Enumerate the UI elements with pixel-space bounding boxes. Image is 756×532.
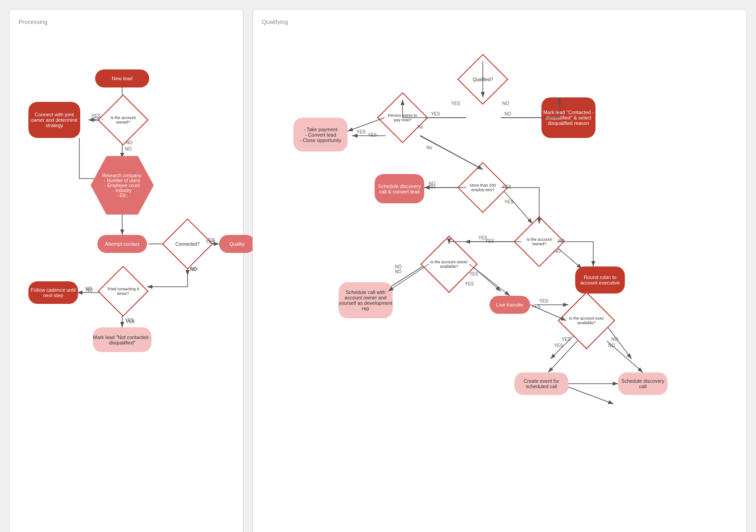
round-robin-node: Round robin to account executive	[575, 266, 625, 294]
is-account-owned-diamond: Is the account owned?	[105, 102, 141, 138]
schedule-disc-convert-node: Schedule discovery call & convert lead	[375, 174, 424, 203]
right-arrows: YES NO YES No NO YES YES	[262, 30, 738, 526]
yes-label-tried9: YES	[126, 319, 135, 324]
svg-text:YES: YES	[504, 199, 513, 204]
svg-text:NO: NO	[125, 147, 132, 151]
svg-line-28	[501, 188, 532, 224]
right-panel-title: Qualifying	[262, 18, 738, 25]
svg-text:YES: YES	[469, 271, 478, 276]
tried-9-diamond: Tried contacting 9 times?	[105, 273, 141, 309]
left-panel: Processing YES NO	[9, 9, 243, 532]
svg-text:No: No	[426, 145, 432, 150]
no-label-acct-owned2: NO	[558, 238, 565, 243]
live-transfer-node: Live transfer	[490, 296, 530, 314]
yes-label-person-pay: YES	[368, 133, 377, 138]
svg-text:YES: YES	[357, 129, 366, 134]
yes-label-qualified: YES	[451, 101, 460, 106]
no-label-account-owned: NO	[126, 140, 133, 145]
no-label-exec-avail: NO	[608, 343, 615, 348]
svg-line-24	[420, 136, 483, 170]
yes-label-live-transfer: YES	[531, 304, 541, 309]
yes-label-account-owned: YES→	[91, 117, 104, 122]
svg-text:NO: NO	[611, 337, 618, 342]
no-label-200emp: NO	[429, 184, 435, 189]
no-label-tried9: NO	[86, 288, 93, 293]
left-panel-title: Processing	[18, 18, 234, 25]
yes-label-connected: YES	[206, 239, 215, 244]
connected-diamond: Connected?	[170, 226, 206, 262]
person-pay-diamond: Person wants to pay now?	[385, 100, 421, 136]
svg-text:NO: NO	[504, 111, 511, 116]
right-panel: Qualifying YES NO YES No NO	[252, 9, 747, 532]
svg-text:YES: YES	[539, 298, 548, 303]
new-lead-node: New lead	[95, 69, 149, 87]
yes-label-exec-avail: YES	[554, 343, 563, 348]
right-flowchart: YES NO YES No NO YES YES	[262, 30, 738, 526]
main-container: Processing YES NO	[9, 9, 747, 532]
svg-text:NO: NO	[395, 269, 402, 274]
yes-label-acct-owned2: YES	[485, 238, 494, 243]
take-payment-node: - Take payment - Convert lead - Close op…	[293, 118, 348, 151]
no-label-qualified: NO	[502, 101, 509, 106]
svg-text:YES: YES	[431, 111, 440, 116]
connect-joint-node: Connect with joint owner and determine s…	[28, 102, 80, 138]
no-label-connected: NO	[191, 266, 197, 271]
create-event-node: Create event for scheduled call	[514, 372, 568, 395]
mark-not-contacted-node: Mark lead "Not contacted - disqualified"	[93, 327, 151, 352]
no-label-owner-avail: NO	[395, 264, 402, 269]
acct-owner-avail-diamond: Is the account owner available?	[429, 244, 469, 284]
left-flowchart: YES NO YES NO YE	[18, 30, 234, 503]
acct-exec-avail-diamond: Is the account exec available?	[566, 300, 607, 341]
yes-label-200emp: YES	[502, 184, 511, 189]
right-extra-arrows	[262, 30, 738, 526]
more-200-diamond: More than 200 employ-ees?	[465, 170, 501, 206]
schedule-disc-call-node: Schedule discovery call	[618, 372, 668, 395]
schedule-call-owner-node: Schedule call with account owner and you…	[339, 282, 393, 318]
svg-line-40	[605, 323, 632, 359]
research-company-node: Research company: - Number of users - Em…	[91, 156, 154, 215]
follow-cadence-node: Follow cadence until next step	[28, 281, 78, 304]
mark-contacted-disq-node: Mark lead "Contacted - disqualified" & s…	[541, 97, 596, 138]
is-account-owned2-diamond: Is the account owned?	[521, 224, 557, 260]
quality-node: Quality	[219, 235, 255, 253]
qualified-diamond: Qualified?	[465, 61, 501, 97]
attempt-contact-node: Attempt contact	[97, 235, 147, 253]
